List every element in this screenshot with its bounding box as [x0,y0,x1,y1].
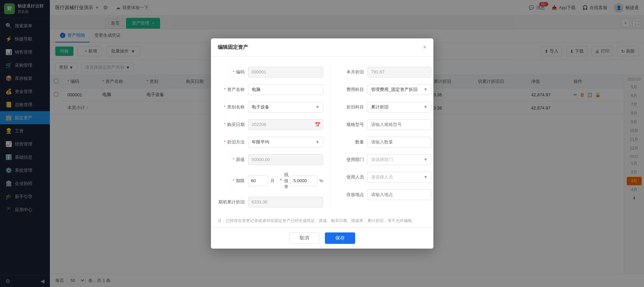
chevron-icon6: ▼ [423,174,428,180]
period-input[interactable] [248,176,268,186]
form-row-name: * 资产名称 [218,81,324,98]
modal-footer: 取消 保存 [211,227,433,249]
form-row-spec: 规格型号 [337,116,431,133]
form-row-method: * 折旧方法 年限平均 ▼ [218,133,324,151]
category-select[interactable]: 电子设备 ▼ [248,102,324,113]
spec-label: 规格型号 [337,122,364,128]
modal-body: * 编码 * 资产名称 [211,57,433,214]
form-row-original: * 原值 [218,151,324,168]
monthly-dep-label: 本月折旧 [337,69,364,75]
residual-input[interactable] [290,176,317,186]
expense-subject-label: 费用科目 [337,87,364,93]
expense-subject-value: 管理费用_固定资产折旧 [371,87,417,93]
form-row-init-dep: 期初累计折旧 [218,193,324,211]
expense-subject-select[interactable]: 管理费用_固定资产折旧 ▼ [367,84,431,95]
calendar-icon[interactable]: 📅 [315,122,320,127]
monthly-dep-input[interactable] [367,67,431,77]
form-row-quantity: 数量 [337,133,431,151]
original-label: * 原值 [218,157,245,163]
period-label: * 期限 [218,178,245,184]
location-label: 存放地点 [337,192,364,198]
dept-select[interactable]: 请选择部门 ▼ [367,154,431,165]
dep-subject-select[interactable]: 累计折旧 ▼ [367,102,431,113]
buy-date-label: * 购买日期 [218,122,245,128]
dept-placeholder: 请选择部门 [371,157,393,163]
percent-unit: % [319,178,324,183]
dept-label: 使用部门 [337,157,364,163]
residual-label: 残值率 [284,172,288,190]
chevron-icon5: ▼ [423,157,428,162]
period-residual-inputs: 月 * 残值率 % [248,172,324,190]
code-label: * 编码 [218,69,245,75]
cancel-btn[interactable]: 取消 [289,232,319,244]
form-row-period: * 期限 月 * 残值率 % [218,168,324,193]
original-input[interactable] [248,154,324,165]
modal-grid: * 编码 * 资产名称 [218,63,427,211]
init-dep-label: 期初累计折旧 [218,199,245,205]
form-row-category: * 类别名称 电子设备 ▼ [218,98,324,116]
method-select[interactable]: 年限平均 ▼ [248,137,324,148]
modal-overlay: 编辑固定资产 × * 编码 [0,0,644,287]
modal-close-btn[interactable]: × [423,44,427,51]
edit-asset-modal: 编辑固定资产 × * 编码 [211,38,433,249]
form-row-buy-date: * 购买日期 📅 [218,116,324,133]
name-input[interactable] [248,84,324,95]
buy-date-wrap: 📅 [248,119,324,130]
save-btn[interactable]: 保存 [325,232,355,244]
chevron-icon4: ▼ [423,104,428,109]
dep-subject-value: 累计折旧 [371,104,389,110]
person-label: 使用人员 [337,174,364,180]
note-text: 注：已经存在变更记录或者对应固定资产已经生成凭证，原值、购买日期、残值率、累计折… [218,218,416,223]
month-unit: 月 [270,178,275,184]
form-row-location: 存放地点 [337,186,431,203]
location-input[interactable] [367,189,431,200]
modal-left-col: * 编码 * 资产名称 [218,63,331,211]
category-form-label: * 类别名称 [218,104,245,110]
form-row-expense-subject: 费用科目 管理费用_固定资产折旧 ▼ [337,81,431,98]
person-placeholder: 请选择人员 [371,174,393,180]
quantity-label: 数量 [337,139,364,145]
form-row-monthly-dep: 本月折旧 [337,63,431,81]
chevron-icon3: ▼ [423,87,428,92]
method-value: 年限平均 [252,139,269,145]
modal-note: 注：已经存在变更记录或者对应固定资产已经生成凭证，原值、购买日期、残值率、累计折… [211,214,433,227]
form-row-person: 使用人员 请选择人员 ▼ [337,168,431,186]
name-label: * 资产名称 [218,87,245,93]
person-select[interactable]: 请选择人员 ▼ [367,172,431,183]
modal-header: 编辑固定资产 × [211,38,433,57]
code-input[interactable] [248,67,324,77]
chevron-icon: ▼ [315,104,319,109]
spec-input[interactable] [367,119,431,130]
category-select-value: 电子设备 [252,104,269,110]
chevron-icon2: ▼ [315,139,319,145]
form-row-code: * 编码 [218,63,324,81]
modal-title: 编辑固定资产 [218,44,248,51]
init-dep-input[interactable] [248,197,324,208]
buy-date-input[interactable] [248,119,324,130]
modal-right-col: 本月折旧 费用科目 管理费用_固定资产折旧 ▼ [330,63,431,211]
form-row-dep-subject: 折旧科目 累计折旧 ▼ [337,98,431,116]
quantity-input[interactable] [367,137,431,148]
method-label: * 折旧方法 [218,139,245,145]
dep-subject-label: 折旧科目 [337,104,364,110]
form-row-dept: 使用部门 请选择部门 ▼ [337,151,431,168]
